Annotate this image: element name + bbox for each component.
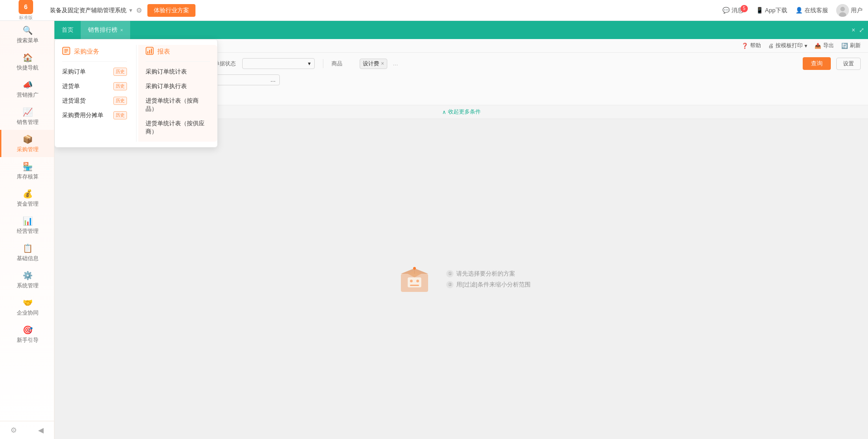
tab-close-window-icon[interactable]: × [852,26,855,34]
system-dropdown-icon[interactable]: ▾ [129,7,132,14]
tab-fullscreen-icon[interactable]: ⤢ [859,26,864,34]
sales-icon: 📈 [23,107,33,117]
history-badge: 历史 [113,68,127,76]
history-badge-2: 历史 [113,82,127,90]
app-download-item[interactable]: 📱 App下载 [756,6,787,15]
sidebar-settings-icon[interactable]: ⚙ [10,426,17,434]
dropdown-item-incoming-stat-supplier[interactable]: 进货单统计表（按供应商） [146,116,210,139]
sidebar-item-sales[interactable]: 📈 销售管理 [0,103,54,130]
dropdown-item-label: 采购费用分摊单 [62,111,103,119]
purchase-icon: 📦 [23,134,33,144]
message-icon: 💬 [722,7,730,14]
dropdown-purchase-title: 采购业务 [74,48,99,56]
dropdown-item-label: 进货退货 [62,97,86,105]
dropdown-columns: 采购业务 采购订单 历史 进货单 历史 进货退货 历史 [55,45,217,142]
sidebar-item-search[interactable]: 🔍 搜索菜单 [0,21,54,48]
sidebar-item-label: 销售管理 [17,118,39,126]
svg-rect-11 [149,50,150,54]
sidebar-item-label: 快捷导航 [17,64,39,72]
home-icon: 🏠 [23,53,33,63]
dropdown-item-purchase-fee[interactable]: 采购费用分摊单 历史 [62,108,127,123]
sidebar-item-finance[interactable]: 💰 资金管理 [0,184,54,212]
sidebar-item-label: 营销推广 [17,91,39,99]
service-icon: 👤 [795,7,803,14]
sidebar-item-inventory[interactable]: 🏪 库存核算 [0,157,54,184]
sidebar-item-label: 库存核算 [17,173,39,181]
industry-btn[interactable]: 体验行业方案 [147,4,195,17]
dropdown-item-incoming-stat-goods[interactable]: 进货单统计表（按商品） [146,94,210,116]
dropdown-report-header: 报表 [146,45,210,62]
sidebar-item-label: 搜索菜单 [17,37,39,44]
dropdown-report-col: 报表 采购订单统计表 采购订单执行表 进货单统计表（按商品） 进货单统计表（按供… [138,45,218,142]
sidebar-item-nav[interactable]: 🏠 快捷导航 [0,48,54,75]
dropdown-purchase-col: 采购业务 采购订单 历史 进货单 历史 进货退货 历史 [55,45,134,142]
sidebar-item-guide[interactable]: 🎯 新手引导 [0,321,54,348]
logo: 6 标准版 [5,0,46,21]
sidebar-item-purchase[interactable]: 📦 采购管理 [0,130,54,157]
dropdown-item-order-exec[interactable]: 采购订单执行表 [146,79,210,94]
sidebar-item-cooperation[interactable]: 🤝 企业协同 [0,293,54,321]
dropdown-item-label: 进货单 [62,82,80,90]
guide-icon: 🎯 [23,325,33,335]
dropdown-item-purchase-incoming[interactable]: 进货单 历史 [62,79,127,94]
tab-close-icon[interactable]: × [120,27,123,33]
dropdown-item-label: 进货单统计表（按供应商） [146,119,210,136]
topbar: 6 标准版 装备及固定资产辅助管理系统 ▾ ⚙ 体验行业方案 💬 消息 5 📱 … [0,0,868,21]
user-item[interactable]: 用户 [836,4,863,17]
cooperation-icon: 🤝 [23,298,33,308]
online-service-item[interactable]: 👤 在线客服 [795,6,828,15]
history-badge-4: 历史 [113,111,127,119]
dropdown-item-label: 采购订单 [62,68,86,76]
user-label: 用户 [851,6,863,15]
dropdown-item-order-stat[interactable]: 采购订单统计表 [146,64,210,79]
system-title: 装备及固定资产辅助管理系统 [50,6,127,15]
dropdown-item-purchase-return[interactable]: 进货退货 历史 [62,94,127,108]
dropdown-item-label: 采购订单执行表 [146,82,187,90]
finance-icon: 💰 [23,189,33,199]
inventory-icon: 🏪 [23,162,33,172]
svg-text:6: 6 [24,3,28,10]
dropdown-item-purchase-order[interactable]: 采购订单 历史 [62,64,127,79]
content-area: 首页 销售排行榜 × × ⤢ ❓ 帮助 🖨 按模板打印 ▾ 📤 [54,21,868,439]
dropdown-menu: 采购业务 采购订单 历史 进货单 历史 进货退货 历史 [54,39,218,148]
tab-home-label: 首页 [62,26,73,34]
sidebar-item-label: 系统管理 [17,282,39,290]
tab-home[interactable]: 首页 [54,21,81,39]
sidebar-item-label: 新手引导 [17,336,39,344]
sidebar-item-label: 企业协同 [17,309,39,317]
sidebar-item-system[interactable]: ⚙️ 系统管理 [0,266,54,293]
sidebar-item-label: 采购管理 [17,146,39,153]
logo-subtitle: 标准版 [19,15,33,21]
sidebar-item-basic-info[interactable]: 📋 基础信息 [0,239,54,266]
sidebar-item-operations[interactable]: 📊 经营管理 [0,212,54,239]
sidebar-item-label: 基础信息 [17,255,39,262]
svg-point-3 [840,7,845,11]
sidebar-bottom: ⚙ ◀ [0,421,54,439]
dropdown-report-title: 报表 [157,48,170,56]
app-download-label: App下载 [765,6,787,15]
tab-sales-ranking[interactable]: 销售排行榜 × [81,21,130,39]
svg-rect-12 [151,49,152,54]
system-icon: ⚙️ [23,271,33,281]
online-service-label: 在线客服 [805,6,828,15]
history-badge-3: 历史 [113,97,127,105]
marketing-icon: 📣 [23,80,33,90]
sidebar: 🔍 搜索菜单 🏠 快捷导航 📣 营销推广 📈 销售管理 📦 采购管理 🏪 库存核… [0,21,54,439]
tab-sales-ranking-label: 销售排行榜 [88,26,117,34]
dropdown-divider [136,45,137,142]
sidebar-item-label: 资金管理 [17,200,39,208]
avatar [836,4,849,17]
sidebar-item-marketing[interactable]: 📣 营销推广 [0,75,54,103]
dropdown-item-label: 进货单统计表（按商品） [146,97,210,113]
svg-rect-10 [147,51,148,54]
tab-bar: 首页 销售排行榜 × × ⤢ [54,21,868,39]
settings-gear-icon[interactable]: ⚙ [136,6,142,15]
report-header-icon [146,47,154,57]
search-menu-icon: 🔍 [23,25,33,35]
dropdown-purchase-header: 采购业务 [62,45,127,62]
sidebar-collapse-icon[interactable]: ◀ [38,426,44,434]
topbar-right: 💬 消息 5 📱 App下载 👤 在线客服 用户 [722,4,863,17]
logo-icon: 6 [19,0,33,14]
main-layout: 🔍 搜索菜单 🏠 快捷导航 📣 营销推广 📈 销售管理 📦 采购管理 🏪 库存核… [0,21,868,439]
messages-item[interactable]: 💬 消息 5 [722,6,748,15]
